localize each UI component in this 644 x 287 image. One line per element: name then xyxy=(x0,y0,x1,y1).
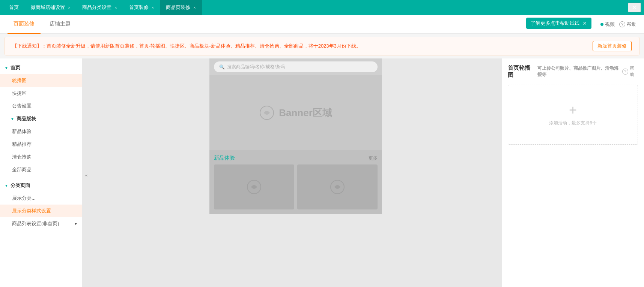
arrow-down-icon-3: ▼ xyxy=(5,184,8,188)
phone-search-input[interactable]: 🔍 搜索商品编码/名称/规格/条码 xyxy=(214,61,378,72)
expand-icon: ▼ xyxy=(74,222,78,226)
sub-tab-page-decor[interactable]: 页面装修 xyxy=(8,15,41,34)
arrow-down-icon: ▼ xyxy=(5,66,8,70)
sidebar-section-category-label: 分类页面 xyxy=(11,182,30,189)
right-panel-help-button[interactable]: ? 帮助 xyxy=(622,65,638,78)
nav-tab-close-home-decor[interactable]: × xyxy=(152,5,154,10)
sidebar-item-clearance[interactable]: 清仓抢购 xyxy=(0,151,82,163)
right-panel-title-group: 首页轮播图 可上传公司照片、商品推广图片、活动海报等 xyxy=(508,64,622,79)
help-circle-icon: ? xyxy=(622,69,628,75)
nav-tab-label-shop-settings: 微商城店铺设置 xyxy=(31,4,65,11)
banner-text: Banner区域 xyxy=(259,105,332,120)
product-grid xyxy=(214,164,378,209)
notice-bar: 【下线通知】：首页装修全新升级，请使用新版首页装修，首页-轮播图、快捷区、商品板… xyxy=(5,37,639,55)
arrow-down-icon-2: ▼ xyxy=(11,117,14,121)
video-link[interactable]: 视频 xyxy=(600,21,615,28)
window-close-button[interactable]: ✕ xyxy=(628,3,641,12)
nav-tab-home-decor[interactable]: 首页装修 × xyxy=(123,0,160,15)
notice-text: 【下线通知】：首页装修全新升级，请使用新版首页装修，首页-轮播图、快捷区、商品板… xyxy=(12,43,361,49)
right-panel-help-label: 帮助 xyxy=(630,65,638,78)
nav-tab-label-home: 首页 xyxy=(9,4,19,11)
nav-tab-label-home-decor: 首页装修 xyxy=(129,4,149,11)
sidebar-item-show-category[interactable]: 展示分类... xyxy=(0,192,82,205)
video-dot-icon xyxy=(600,23,603,26)
help-banner: 了解更多点击帮助试试 ✕ xyxy=(526,18,591,29)
phone-preview: 🔍 搜索商品编码/名称/规格/条码 Banner区域 新品体 xyxy=(209,58,382,214)
sidebar-subsection-products[interactable]: ▼ 商品版块 xyxy=(0,112,82,125)
sidebar-section-home[interactable]: ▼ 首页 xyxy=(0,61,82,74)
main-layout: ▼ 首页 轮播图 快捷区 公告设置 ▼ 商品版块 新品体验 精品推荐 清仓抢购 … xyxy=(0,58,644,287)
help-icon: ? xyxy=(619,21,625,27)
nav-tab-close-product-category[interactable]: × xyxy=(114,5,117,10)
banner-logo-icon xyxy=(259,105,274,120)
preview-area: 🔍 搜索商品编码/名称/规格/条码 Banner区域 新品体 xyxy=(90,58,501,287)
nav-tab-close-shop-settings[interactable]: × xyxy=(68,5,70,10)
new-home-decor-button[interactable]: 新版首页装修 xyxy=(593,41,632,51)
right-panel-subtitle: 可上传公司照片、商品推广图片、活动海报等 xyxy=(537,65,623,78)
help-link[interactable]: ? 帮助 xyxy=(619,21,636,28)
sidebar-item-banner[interactable]: 轮播图 xyxy=(0,74,82,87)
sidebar-item-all-products[interactable]: 全部商品 xyxy=(0,163,82,176)
sidebar: ▼ 首页 轮播图 快捷区 公告设置 ▼ 商品版块 新品体验 精品推荐 清仓抢购 … xyxy=(0,58,83,287)
nav-tab-product-decor[interactable]: 商品页装修 × xyxy=(160,0,202,15)
sub-header: 页面装修店铺主题 了解更多点击帮助试试 ✕ 视频 ? 帮助 xyxy=(0,15,644,34)
nav-tab-label-product-category: 商品分类设置 xyxy=(82,4,111,11)
product-icon-1 xyxy=(247,179,262,194)
nav-tab-home[interactable]: 首页 xyxy=(3,0,25,15)
product-section-more: 更多 xyxy=(369,155,378,161)
nav-tab-shop-settings[interactable]: 微商城店铺设置 × xyxy=(25,0,76,15)
help-banner-text: 了解更多点击帮助试试 xyxy=(531,20,579,27)
product-card-2 xyxy=(297,164,378,209)
help-label: 帮助 xyxy=(627,21,636,28)
sidebar-item-shortcut[interactable]: 快捷区 xyxy=(0,87,82,100)
nav-tab-label-product-decor: 商品页装修 xyxy=(166,4,190,11)
sidebar-item-featured[interactable]: 精品推荐 xyxy=(0,138,82,151)
sidebar-item-category-style[interactable]: 展示分类样式设置 xyxy=(0,205,82,217)
top-nav: 首页微商城店铺设置 ×商品分类设置 ×首页装修 ×商品页装修 × ✕ xyxy=(0,0,644,15)
sub-tab-shop-theme[interactable]: 店铺主题 xyxy=(44,15,77,34)
sidebar-subsection-products-label: 商品版块 xyxy=(17,115,36,122)
phone-search-bar: 🔍 搜索商品编码/名称/规格/条码 xyxy=(209,58,382,75)
product-section-title: 新品体验 xyxy=(214,155,235,161)
right-panel: 首页轮播图 可上传公司照片、商品推广图片、活动海报等 ? 帮助 + 添加活动，最… xyxy=(501,58,644,287)
video-label: 视频 xyxy=(605,21,615,28)
nav-tab-product-category[interactable]: 商品分类设置 × xyxy=(76,0,123,15)
sidebar-item-new-experience[interactable]: 新品体验 xyxy=(0,125,82,138)
sidebar-item-notice[interactable]: 公告设置 xyxy=(0,100,82,112)
sidebar-collapse-button[interactable]: « xyxy=(83,58,90,287)
add-plus-icon: + xyxy=(569,103,577,117)
add-banner-text: 添加活动，最多支持6个 xyxy=(549,120,597,126)
right-panel-header: 首页轮播图 可上传公司照片、商品推广图片、活动海报等 ? 帮助 xyxy=(508,64,638,79)
search-placeholder: 搜索商品编码/名称/规格/条码 xyxy=(227,64,285,70)
help-banner-close[interactable]: ✕ xyxy=(582,20,587,26)
product-section-header: 新品体验 更多 xyxy=(214,155,378,161)
sidebar-item-product-list[interactable]: 商品列表设置(非首页) ▼ xyxy=(0,217,82,230)
product-section: 新品体验 更多 xyxy=(209,150,382,214)
sidebar-item-product-list-label: 商品列表设置(非首页) xyxy=(12,220,59,227)
right-panel-title: 首页轮播图 可上传公司照片、商品推广图片、活动海报等 xyxy=(508,64,622,79)
right-panel-title-text: 首页轮播图 xyxy=(508,64,534,79)
product-icon-2 xyxy=(330,179,345,194)
add-banner-box[interactable]: + 添加活动，最多支持6个 xyxy=(508,85,638,145)
banner-area: Banner区域 xyxy=(209,75,382,150)
collapse-icon: « xyxy=(85,173,88,178)
sidebar-section-category[interactable]: ▼ 分类页面 xyxy=(0,179,82,192)
sidebar-section-home-label: 首页 xyxy=(11,64,20,71)
product-card-1 xyxy=(214,164,294,209)
header-right: 视频 ? 帮助 xyxy=(600,15,636,34)
search-icon: 🔍 xyxy=(219,64,225,70)
banner-label: Banner区域 xyxy=(279,106,332,120)
nav-tab-close-product-decor[interactable]: × xyxy=(193,5,196,10)
